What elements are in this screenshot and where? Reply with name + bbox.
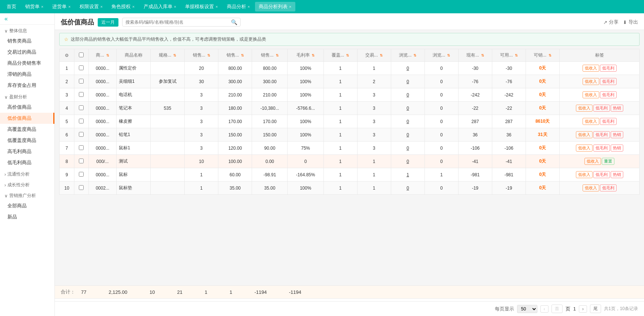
sidebar-item-slow-moving[interactable]: 滞销的商品 — [0, 69, 54, 80]
sidebar-group-profit[interactable]: ∨ 盈财分析 — [0, 91, 54, 102]
row-views1[interactable]: 0 — [391, 102, 425, 115]
row-transactions: 1 — [357, 62, 391, 75]
row-name[interactable]: 鼠标1 — [117, 142, 151, 155]
nav-product-analysis[interactable]: 商品分析 × — [223, 2, 254, 11]
sidebar-group-overall[interactable]: ∨ 整体信息 — [0, 25, 54, 35]
nav-finished-goods[interactable]: 产成品入库单 × — [140, 2, 180, 11]
row-name[interactable]: 属性定价 — [117, 62, 151, 75]
sidebar-item-low-coverage[interactable]: 低覆盖度商品 — [0, 135, 54, 146]
row-checkbox[interactable] — [74, 102, 88, 115]
close-icon[interactable]: × — [41, 4, 43, 9]
row-views1[interactable]: 0 — [391, 62, 425, 75]
page-size-select[interactable]: 50 10 20 100 — [517, 305, 537, 313]
sidebar-group-growth[interactable]: › 成长性分析 — [0, 179, 54, 190]
sidebar-item-high-coverage[interactable]: 高覆盖度商品 — [0, 124, 54, 135]
row-views1[interactable]: 0 — [391, 142, 425, 155]
sidebar-group-liquidity[interactable]: › 流通性分析 — [0, 168, 54, 179]
first-page-button[interactable]: ‹ — [540, 305, 549, 313]
row-name[interactable]: 电话机 — [117, 88, 151, 102]
sidebar-item-inventory-capital[interactable]: 库存资金占用 — [0, 80, 54, 91]
row-name[interactable]: 橡皮擦 — [117, 115, 151, 128]
horizontal-scrollbar[interactable] — [55, 298, 644, 301]
sidebar-item-sales-products[interactable]: 销售类商品 — [0, 35, 54, 47]
sidebar-item-category-sales-rate[interactable]: 商品分类销售率 — [0, 58, 54, 69]
sidebar-item-low-margin[interactable]: 低毛利商品 — [0, 157, 54, 168]
close-icon[interactable]: × — [215, 4, 218, 9]
close-icon[interactable]: × — [132, 4, 134, 9]
product-tag: 低收入 — [576, 171, 593, 178]
row-checkbox[interactable] — [74, 181, 88, 195]
row-checkbox[interactable] — [74, 75, 88, 88]
row-sales-cost: -98.91 — [252, 168, 288, 181]
close-icon[interactable]: × — [174, 4, 176, 9]
nav-purchase-order[interactable]: 进货单 × — [48, 2, 74, 11]
product-tag: 低收入 — [576, 145, 593, 152]
next-page-button[interactable]: › — [579, 305, 587, 313]
row-sales-qty: 30 — [185, 75, 218, 88]
sidebar-item-high-value[interactable]: 高价值商品 — [0, 102, 54, 113]
close-icon[interactable]: × — [100, 4, 103, 9]
row-checkbox[interactable] — [74, 168, 88, 181]
row-views1[interactable]: 0 — [391, 115, 425, 128]
row-checkbox[interactable] — [74, 155, 88, 168]
period-button[interactable]: 近一月 — [98, 18, 118, 27]
search-input[interactable] — [125, 20, 231, 25]
row-checkbox[interactable] — [74, 128, 88, 142]
row-views1[interactable]: 0 — [391, 75, 425, 88]
row-tags: 低收入低毛利 — [560, 88, 640, 102]
row-sales-price: 100.00 — [218, 155, 252, 168]
search-icon[interactable]: 🔍 — [231, 19, 237, 25]
nav-sales-order[interactable]: 销货单 × — [21, 2, 47, 11]
row-checkbox[interactable] — [74, 142, 88, 155]
row-code: 0002... — [89, 181, 117, 195]
sidebar-item-high-margin[interactable]: 高毛利商品 — [0, 146, 54, 157]
share-button[interactable]: ↗ 分享 — [603, 19, 618, 26]
row-views1[interactable]: 0 — [391, 181, 425, 195]
sidebar-group-marketing[interactable]: ∨ 营销推广分析 — [0, 190, 54, 200]
sidebar-item-traded-products[interactable]: 交易过的商品 — [0, 47, 54, 58]
row-views1[interactable]: 0 — [391, 88, 425, 102]
row-stock: -981 — [458, 168, 492, 181]
row-views1[interactable]: 0 — [391, 155, 425, 168]
row-stock: -76 — [458, 75, 492, 88]
row-name[interactable]: 铅笔1 — [117, 128, 151, 142]
last-page-button[interactable]: 尾 — [590, 305, 601, 313]
nav-template-settings[interactable]: 单据模板设置 × — [181, 2, 221, 11]
nav-home[interactable]: 首页 — [3, 2, 20, 11]
product-tag: 低收入 — [583, 91, 599, 98]
close-icon[interactable]: × — [68, 4, 70, 9]
row-views1[interactable]: 1 — [391, 168, 425, 181]
product-tag: 低毛利 — [600, 118, 617, 125]
select-all-checkbox[interactable] — [79, 52, 84, 57]
close-icon[interactable]: × — [289, 4, 291, 9]
prev-page-button[interactable]: 首 — [551, 305, 563, 313]
sidebar-item-low-value[interactable]: 低价值商品 — [0, 113, 54, 124]
sidebar-item-new-products[interactable]: 新品 — [0, 211, 54, 222]
row-name[interactable]: 鼠标 — [117, 168, 151, 181]
row-tags: 低收入低毛利 — [560, 75, 640, 88]
row-available: 36 — [492, 128, 526, 142]
row-name[interactable]: 鼠标垫 — [117, 181, 151, 195]
row-checkbox[interactable] — [74, 62, 88, 75]
product-tag: 热销 — [611, 145, 623, 152]
row-name[interactable]: 吴细细1 — [117, 75, 151, 88]
row-margin-rate: 100% — [288, 128, 323, 142]
export-button[interactable]: ⬇ 导出 — [623, 19, 638, 26]
sidebar-item-all-products[interactable]: 全部商品 — [0, 200, 54, 211]
th-sales-price: 销售... ⇅ — [218, 49, 252, 62]
row-checkbox[interactable] — [74, 115, 88, 128]
row-name[interactable]: 测试 — [117, 155, 151, 168]
row-name[interactable]: 笔记本 — [117, 102, 151, 115]
nav-product-analysis-list[interactable]: 商品分析列表 × — [255, 2, 295, 11]
th-checkbox[interactable] — [74, 49, 88, 62]
row-transactions: 2 — [357, 75, 391, 88]
row-tags: 低收入低毛利 — [560, 181, 640, 195]
sidebar-collapse-button[interactable]: « — [3, 16, 9, 22]
row-views1[interactable]: 0 — [391, 128, 425, 142]
th-settings[interactable]: ⚙ — [60, 49, 74, 62]
row-coverage: 1 — [323, 102, 357, 115]
row-checkbox[interactable] — [74, 88, 88, 102]
nav-role-auth[interactable]: 角色授权 × — [108, 2, 138, 11]
close-icon[interactable]: × — [248, 4, 250, 9]
nav-permission-settings[interactable]: 权限设置 × — [76, 2, 106, 11]
